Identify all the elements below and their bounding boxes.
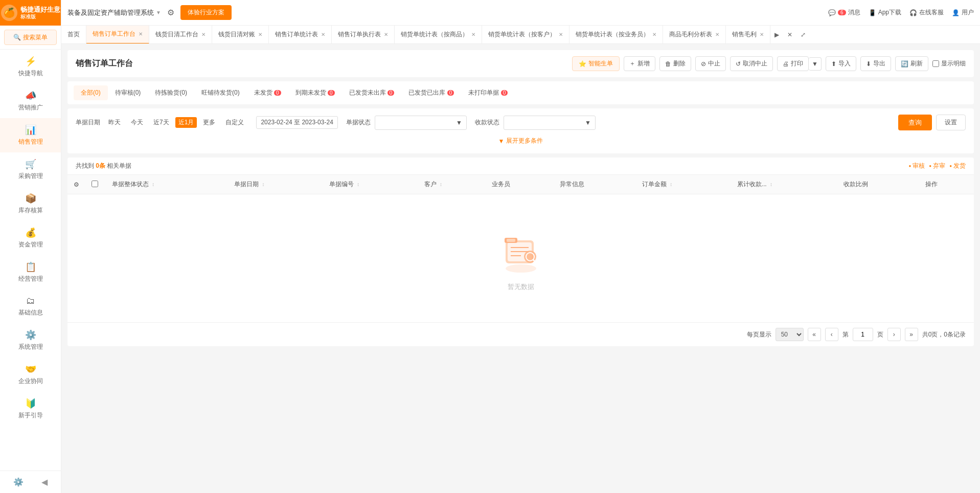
export-btn[interactable]: ⬇ 导出: [860, 56, 891, 71]
expand-more-btn[interactable]: ▼ 展开更多条件: [76, 135, 966, 147]
filter-tab-shipped-not-out[interactable]: 已发货未出库 0: [342, 85, 402, 100]
header-settings-icon[interactable]: ⚙: [167, 8, 174, 17]
show-detail-label[interactable]: 显示明细: [932, 59, 966, 68]
sidebar-item-guide[interactable]: 🔰 新手引导: [0, 392, 61, 426]
review-action-btn[interactable]: 审核: [908, 162, 925, 170]
filter-tab-unshipped[interactable]: 未发货 0: [247, 85, 288, 100]
tab-sales-workbench-close[interactable]: ✕: [139, 31, 143, 37]
refresh-btn[interactable]: 🔄 刷新: [895, 56, 928, 71]
page-input[interactable]: [853, 328, 873, 341]
sidebar-item-finance[interactable]: 💰 资金管理: [0, 221, 61, 255]
filter-tab-pending-review[interactable]: 待审核(0): [108, 85, 148, 100]
tab-sales-stats-product[interactable]: 销货单统计表（按商品） ✕: [395, 26, 482, 44]
col-amount[interactable]: 订单金额 ↕: [636, 175, 731, 194]
col-date[interactable]: 单据日期 ↕: [228, 175, 323, 194]
tab-order-exec[interactable]: 销售订单执行表 ✕: [332, 26, 395, 44]
sidebar-item-basic-info[interactable]: 🗂 基础信息: [0, 289, 61, 323]
user-item[interactable]: 👤 用户: [952, 8, 974, 17]
sidebar-item-purchase[interactable]: 🛒 采购管理: [0, 152, 61, 187]
app-download-item[interactable]: 📱 App下载: [869, 8, 901, 17]
col-settings[interactable]: ⚙: [67, 175, 85, 194]
expand-more-label: 展开更多条件: [506, 137, 543, 145]
tab-sales-stats-customer-close[interactable]: ✕: [559, 32, 563, 37]
tab-sales-margin-close[interactable]: ✕: [760, 32, 764, 37]
tab-order-stats-close[interactable]: ✕: [321, 32, 325, 37]
filter-tab-pending-pick[interactable]: 待拣验货(0): [148, 85, 194, 100]
date-option-7days[interactable]: 近7天: [149, 117, 173, 128]
filter-tab-wangpu-ship[interactable]: 旺铺待发货(0): [194, 85, 247, 100]
date-option-1month[interactable]: 近1月: [175, 117, 197, 128]
filter-tab-unprinted[interactable]: 未打印单据 0: [461, 85, 515, 100]
set-btn[interactable]: 设置: [936, 115, 966, 130]
tab-reconciliation-close[interactable]: ✕: [258, 32, 262, 37]
search-menu-button[interactable]: 🔍 搜索菜单: [4, 30, 57, 45]
date-option-custom[interactable]: 自定义: [221, 117, 248, 128]
online-service-item[interactable]: 🎧 在线客服: [909, 8, 944, 17]
filter-tab-all[interactable]: 全部(0): [74, 85, 108, 100]
filter-tab-shipped-out[interactable]: 已发货已出库 0: [401, 85, 461, 100]
stop-btn[interactable]: ⊘ 中止: [695, 56, 726, 71]
tab-daily-clear-close[interactable]: ✕: [201, 32, 206, 37]
tab-sales-stats-product-close[interactable]: ✕: [471, 32, 475, 37]
add-btn[interactable]: ＋ 新增: [624, 56, 655, 71]
payment-select[interactable]: ▼: [504, 116, 596, 130]
col-customer[interactable]: 客户 ↕: [418, 175, 486, 194]
tab-sales-stats-customer[interactable]: 销货单统计表（按客户） ✕: [482, 26, 569, 44]
ship-action-btn[interactable]: 发货: [949, 162, 966, 170]
tab-margin-analysis-close[interactable]: ✕: [715, 32, 719, 37]
date-range-display[interactable]: 2023-02-24 至 2023-03-24: [256, 116, 337, 129]
tab-sales-margin[interactable]: 销售毛利 ✕: [726, 26, 770, 44]
experience-btn[interactable]: 体验行业方案: [180, 5, 232, 20]
date-option-yesterday[interactable]: 昨天: [104, 117, 125, 128]
sidebar-item-inventory[interactable]: 📦 库存核算: [0, 187, 61, 221]
tab-daily-clear[interactable]: 钱货日清工作台 ✕: [149, 26, 212, 44]
prev-page-btn[interactable]: ‹: [825, 328, 838, 341]
import-btn[interactable]: ⬆ 导入: [826, 56, 856, 71]
tab-sales-workbench[interactable]: 销售订单工作台 ✕: [86, 26, 149, 44]
sidebar-item-operations[interactable]: 📋 经营管理: [0, 255, 61, 289]
select-all-checkbox[interactable]: [92, 181, 98, 187]
tabs-scroll-right-btn[interactable]: ▶: [770, 26, 783, 44]
tab-home[interactable]: 首页: [61, 26, 86, 44]
sidebar-item-quick-nav[interactable]: ⚡ 快捷导航: [0, 50, 61, 84]
settings-bottom-icon[interactable]: ⚙️: [13, 477, 24, 487]
filter-tab-overdue-ship[interactable]: 到期未发货 0: [288, 85, 342, 100]
tab-sales-stats-salesperson-close[interactable]: ✕: [652, 32, 656, 37]
tab-margin-analysis[interactable]: 商品毛利分析表 ✕: [663, 26, 726, 44]
collapse-sidebar-icon[interactable]: ◀: [41, 477, 48, 487]
sidebar-item-system[interactable]: ⚙️ 系统管理: [0, 323, 61, 357]
sidebar-item-sales[interactable]: 📊 销售管理: [0, 118, 61, 152]
col-number[interactable]: 单据编号 ↕: [323, 175, 418, 194]
tabs-maximize-btn[interactable]: ⤢: [796, 26, 810, 44]
page-size-select[interactable]: 10 20 50 100: [776, 328, 804, 341]
tab-reconciliation[interactable]: 钱货日清对账 ✕: [212, 26, 269, 44]
date-option-today[interactable]: 今天: [127, 117, 147, 128]
show-detail-checkbox[interactable]: [932, 60, 939, 67]
col-status[interactable]: 单据整体状态 ↕: [106, 175, 228, 194]
first-page-btn[interactable]: «: [808, 328, 821, 341]
query-btn[interactable]: 查询: [898, 115, 932, 130]
tab-order-stats[interactable]: 销售订单统计表 ✕: [269, 26, 332, 44]
print-dropdown-btn[interactable]: ▼: [809, 57, 822, 71]
cancel-stop-btn[interactable]: ↺ 取消中止: [730, 56, 773, 71]
col-checkbox[interactable]: [85, 175, 106, 194]
next-page-btn[interactable]: ›: [887, 328, 901, 341]
last-page-btn[interactable]: »: [905, 328, 918, 341]
smart-btn[interactable]: ⭐ 智能生单: [572, 56, 620, 71]
status-select[interactable]: ▼: [375, 116, 467, 130]
date-option-more[interactable]: 更多: [199, 117, 219, 128]
message-item[interactable]: 💬 6 消息: [828, 8, 860, 17]
dropdown-arrow-icon: ▼: [156, 10, 161, 15]
user-icon: 👤: [952, 9, 960, 16]
cancel-review-action-btn[interactable]: 弃审: [929, 162, 945, 170]
system-title-dropdown[interactable]: 装备及固定资产辅助管理系统 ▼: [67, 8, 161, 17]
tab-order-exec-close[interactable]: ✕: [384, 32, 388, 37]
tabs-close-all-btn[interactable]: ✕: [783, 26, 796, 44]
col-collected[interactable]: 累计收款... ↕: [731, 175, 837, 194]
delete-btn[interactable]: 🗑 删除: [659, 56, 691, 71]
tab-sales-stats-salesperson[interactable]: 销货单统计表（按业务员） ✕: [569, 26, 663, 44]
sidebar-item-enterprise[interactable]: 🤝 企业协同: [0, 357, 61, 392]
sidebar-item-marketing[interactable]: 📣 营销推广: [0, 84, 61, 118]
print-btn[interactable]: 🖨 打印: [777, 56, 809, 71]
page-size-label: 每页显示: [747, 330, 771, 339]
